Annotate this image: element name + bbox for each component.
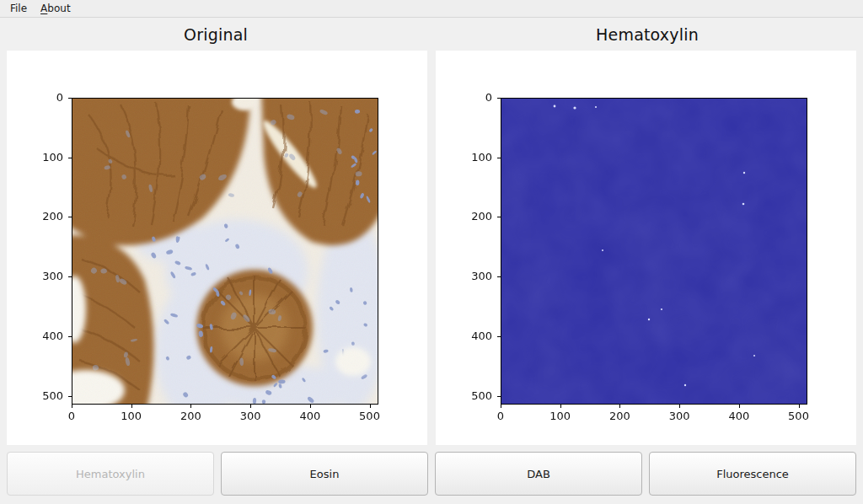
x-tick-mark <box>799 405 800 408</box>
x-tick-mark <box>190 405 191 408</box>
menubar: File About <box>0 0 863 18</box>
x-tick-label: 500 <box>353 410 387 423</box>
x-tick-mark <box>131 405 132 408</box>
plot-panels-row: 01002003004005000100200300400500 <box>0 51 863 445</box>
grain-overlay <box>72 99 378 404</box>
fluorescence-button[interactable]: Fluorescence <box>649 452 856 496</box>
stain-toolbar: Hematoxylin Eosin DAB Fluorescence <box>0 445 863 496</box>
x-tick-mark <box>250 405 251 408</box>
figure-hematoxylin: 01002003004005000100200300400500 <box>436 51 856 445</box>
x-tick-label: 0 <box>55 410 88 423</box>
y-tick-label: 0 <box>436 91 492 105</box>
x-tick-label: 100 <box>544 410 577 423</box>
x-tick-mark <box>310 405 311 408</box>
hematoxylin-image-plot <box>501 98 807 405</box>
panel-original: 01002003004005000100200300400500 <box>7 51 427 445</box>
panel-hematoxylin: 01002003004005000100200300400500 <box>436 51 856 445</box>
x-tick-label: 300 <box>662 410 696 423</box>
y-tick-label: 500 <box>7 389 63 403</box>
y-tick-label: 0 <box>7 91 63 105</box>
x-tick-mark <box>501 405 501 408</box>
x-tick-mark <box>739 405 740 408</box>
original-image-plot <box>72 98 378 405</box>
x-tick-label: 200 <box>603 410 636 423</box>
menu-about[interactable]: About <box>34 1 78 16</box>
y-tick-label: 300 <box>436 270 492 283</box>
x-tick-label: 100 <box>115 410 148 423</box>
x-tick-mark <box>72 405 72 408</box>
x-tick-label: 400 <box>293 410 327 423</box>
x-tick-label: 0 <box>484 410 517 423</box>
y-tick-label: 400 <box>7 330 63 343</box>
y-tick-label: 400 <box>436 330 492 343</box>
panel-titles-row: Original Hematoxylin <box>0 18 863 51</box>
x-tick-label: 400 <box>722 410 756 423</box>
x-tick-mark <box>560 405 561 408</box>
hematoxylin-button[interactable]: Hematoxylin <box>7 452 214 496</box>
x-tick-label: 500 <box>782 410 816 423</box>
panel-title-hematoxylin: Hematoxylin <box>432 18 863 51</box>
original-histology-image <box>72 99 378 404</box>
eosin-button[interactable]: Eosin <box>221 452 428 496</box>
y-tick-label: 100 <box>436 151 492 164</box>
y-tick-label: 500 <box>436 389 492 403</box>
y-tick-label: 300 <box>7 270 63 283</box>
x-tick-mark <box>370 405 371 408</box>
y-tick-label: 200 <box>436 210 492 223</box>
figure-original: 01002003004005000100200300400500 <box>7 51 427 445</box>
x-tick-mark <box>679 405 680 408</box>
hematoxylin-channel-image <box>501 99 807 404</box>
dab-button[interactable]: DAB <box>435 452 642 496</box>
panel-title-original: Original <box>0 18 432 51</box>
menu-file[interactable]: File <box>3 1 34 16</box>
y-tick-label: 200 <box>7 210 63 223</box>
x-tick-label: 200 <box>174 410 207 423</box>
x-tick-label: 300 <box>233 410 267 423</box>
x-tick-mark <box>619 405 620 408</box>
y-tick-label: 100 <box>7 151 63 164</box>
hematoxylin-light-texture <box>501 99 807 404</box>
